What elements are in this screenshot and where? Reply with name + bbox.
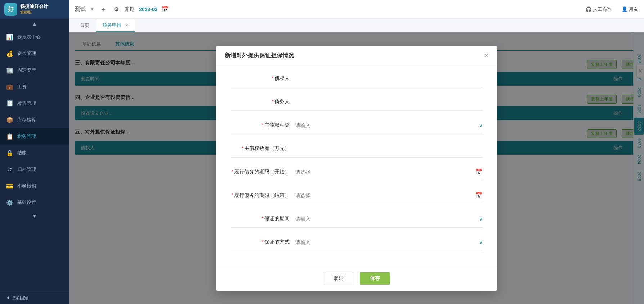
period-end-input[interactable] — [295, 191, 475, 200]
form-row-debtor: *债务人 — [231, 97, 483, 111]
claim-type-input[interactable] — [295, 121, 479, 130]
support-button[interactable]: 🎧 人工咨询 — [586, 6, 612, 13]
sidebar-label-tax-mgmt: 税务管理 — [17, 133, 36, 140]
sidebar-item-tax-mgmt[interactable]: 📋 税务管理 — [0, 128, 69, 145]
guarantee-method-input[interactable] — [295, 238, 479, 246]
guarantee-method-wrapper: ∨ — [295, 238, 483, 246]
inventory-icon: 📦 — [6, 116, 14, 124]
form-label-guarantee-method: *保证的方式 — [231, 239, 295, 245]
claim-type-chevron-icon[interactable]: ∨ — [479, 122, 483, 128]
sidebar-item-fund-mgmt[interactable]: 💰 资金管理 — [0, 45, 69, 62]
invoice-mgmt-icon: 🧾 — [6, 99, 14, 107]
logo-icon: 好 — [4, 3, 17, 16]
sidebar-item-basic-settings[interactable]: ⚙️ 基础设置 — [0, 194, 69, 211]
sidebar-item-inventory[interactable]: 📦 库存核算 — [0, 112, 69, 128]
sidebar-label-close-accounts: 结账 — [17, 150, 27, 156]
sidebar-scroll: ▲ 📊 云报表中心 💰 资金管理 🏢 固定资产 💼 工资 🧾 发票管理 — [0, 19, 69, 292]
claim-amount-input[interactable] — [295, 144, 483, 153]
period-end-wrapper: 📅 — [295, 191, 483, 200]
sidebar-item-fixed-assets[interactable]: 🏢 固定资产 — [0, 62, 69, 78]
cancel-fixed-label: 取消固定 — [11, 295, 28, 300]
form-label-period-start: *履行债务的期限（开始） — [231, 169, 295, 175]
sidebar-label-invoice-mgmt: 发票管理 — [17, 100, 36, 106]
topbar: 测试 ▼ ＋ ⚙ 账期 2023-03 📅 🎧 人工咨询 👤 用友 — [69, 0, 644, 19]
required-star-creditor: * — [272, 75, 274, 81]
guarantee-period-chevron-icon[interactable]: ∨ — [479, 216, 483, 222]
form-row-period-end: *履行债务的期限（结束） 📅 — [231, 191, 483, 204]
modal-close-icon[interactable]: × — [484, 52, 488, 59]
sidebar-label-xiaochang: 小畅报销 — [17, 183, 36, 189]
tab-tax-report[interactable]: 税务申报 ✕ — [96, 19, 135, 32]
tab-home-label: 首页 — [80, 23, 89, 28]
sidebar-item-cloud-report[interactable]: 📊 云报表中心 — [0, 29, 69, 45]
guarantee-period-wrapper: ∨ — [295, 214, 483, 223]
tab-tax-report-label: 税务申报 — [103, 22, 121, 28]
guarantee-period-input[interactable] — [295, 214, 479, 223]
period-label: 账期 — [125, 6, 135, 13]
required-star-guarantee-period: * — [262, 215, 264, 221]
xiaochang-icon: 💳 — [6, 182, 14, 190]
logo-text: 畅捷通好会计 — [20, 4, 48, 10]
modal-header: 新增对外提供保证担保情况 × — [216, 46, 497, 65]
sidebar-item-xiaochang[interactable]: 💳 小畅报销 — [0, 178, 69, 194]
cancel-button[interactable]: 取消 — [323, 272, 354, 285]
sidebar-logo: 好 畅捷通好会计 旗舰版 — [0, 0, 69, 19]
logo-text-wrapper: 畅捷通好会计 旗舰版 — [20, 4, 48, 15]
guarantee-method-chevron-icon[interactable]: ∨ — [479, 239, 483, 245]
tax-mgmt-icon: 📋 — [6, 132, 14, 140]
user-button[interactable]: 👤 用友 — [622, 6, 638, 13]
required-star-guarantee-method: * — [262, 239, 264, 245]
modal-body: *债权人 *债务人 — [216, 65, 497, 266]
cloud-report-icon: 📊 — [6, 33, 14, 41]
period-start-input[interactable] — [295, 168, 475, 176]
form-row-guarantee-method: *保证的方式 ∨ — [231, 238, 483, 251]
payroll-icon: 💼 — [6, 83, 14, 91]
debtor-input[interactable] — [295, 97, 483, 106]
form-label-guarantee-period: *保证的期间 — [231, 215, 295, 222]
form-label-period-end: *履行债务的期限（结束） — [231, 192, 295, 199]
modal-title: 新增对外提供保证担保情况 — [225, 52, 294, 59]
tab-tax-report-close-icon[interactable]: ✕ — [125, 23, 128, 27]
support-label: 人工咨询 — [593, 6, 612, 13]
sidebar-label-fund-mgmt: 资金管理 — [17, 50, 36, 57]
scroll-up-btn[interactable]: ▲ — [0, 19, 69, 29]
add-icon[interactable]: ＋ — [99, 4, 108, 15]
company-chevron-icon[interactable]: ▼ — [90, 7, 94, 12]
app-container: 好 畅捷通好会计 旗舰版 ▲ 📊 云报表中心 💰 资金管理 🏢 固定资产 � — [0, 0, 644, 304]
form-label-claim-amount: *主债权数额（万元） — [231, 145, 295, 152]
close-accounts-icon: 🔒 — [6, 149, 14, 157]
sidebar-label-payroll: 工资 — [17, 83, 27, 90]
period-end-calendar-icon[interactable]: 📅 — [475, 192, 483, 199]
headset-icon: 🎧 — [586, 6, 591, 12]
scroll-down-btn[interactable]: ▼ — [0, 211, 69, 221]
archive-mgmt-icon: 🗂 — [6, 165, 14, 173]
sidebar-bottom-action[interactable]: ◀ 取消固定 — [0, 292, 69, 304]
form-row-period-start: *履行债务的期限（开始） 📅 — [231, 168, 483, 181]
form-row-claim-amount: *主债权数额（万元） — [231, 144, 483, 158]
creditor-input[interactable] — [295, 74, 483, 83]
modal-footer: 取消 保存 — [216, 266, 497, 291]
form-row-creditor: *债权人 — [231, 74, 483, 87]
period-value: 2023-03 — [139, 6, 157, 12]
user-label: 用友 — [629, 6, 638, 13]
sidebar-item-archive-mgmt[interactable]: 🗂 归档管理 — [0, 161, 69, 178]
sidebar-label-fixed-assets: 固定资产 — [17, 67, 36, 73]
save-button[interactable]: 保存 — [360, 272, 390, 285]
modal-overlay: 新增对外提供保证担保情况 × *债权人 — [69, 32, 644, 304]
sidebar-label-basic-settings: 基础设置 — [17, 199, 36, 206]
form-label-creditor: *债权人 — [231, 75, 295, 82]
sidebar-item-payroll[interactable]: 💼 工资 — [0, 78, 69, 95]
gear-icon[interactable]: ⚙ — [112, 4, 120, 14]
form-label-debtor: *债务人 — [231, 99, 295, 105]
required-star-claim-type: * — [262, 122, 264, 128]
content-area: 基础信息 其他信息 三、有限责任公司本年度... 复制上年度 新增 变更时间 — [69, 32, 644, 304]
sidebar-item-invoice-mgmt[interactable]: 🧾 发票管理 — [0, 95, 69, 112]
sidebar-item-close-accounts[interactable]: 🔒 结账 — [0, 145, 69, 161]
period-start-calendar-icon[interactable]: 📅 — [475, 168, 483, 175]
tab-home[interactable]: 首页 — [73, 19, 96, 32]
form-row-claim-type: *主债权种类 ∨ — [231, 121, 483, 134]
user-icon: 👤 — [622, 6, 627, 12]
sidebar-label-cloud-report: 云报表中心 — [17, 34, 41, 40]
period-calendar-icon[interactable]: 📅 — [162, 6, 169, 13]
sidebar-label-inventory: 库存核算 — [17, 117, 36, 123]
